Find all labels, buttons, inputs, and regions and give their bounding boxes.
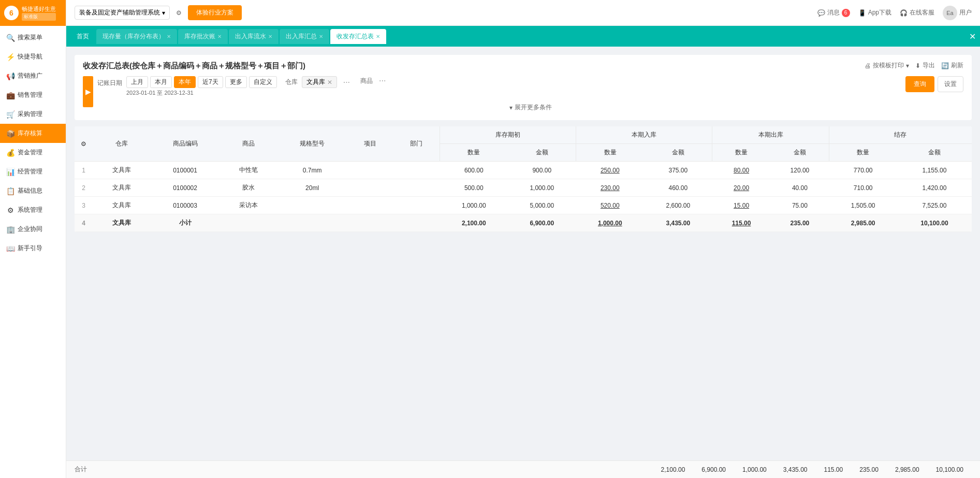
tabbar-close-icon[interactable]: ✕	[969, 32, 976, 41]
th-settings[interactable]: ⚙	[75, 126, 93, 162]
sidebar-item-enterprise[interactable]: 🏢 企业协同	[0, 220, 66, 239]
sidebar-item-purchase[interactable]: 🛒 采购管理	[0, 105, 66, 124]
system-selector[interactable]: 装备及固定资产辅助管理系统 ▾	[75, 6, 170, 20]
settings-button[interactable]: 设置	[938, 76, 963, 92]
refresh-action[interactable]: 🔄 刷新	[941, 61, 963, 70]
collapse-button[interactable]: ▶	[83, 76, 93, 107]
date-btn-this-year[interactable]: 本年	[174, 76, 196, 88]
row-project	[347, 162, 393, 179]
trial-button[interactable]: 体验行业方案	[188, 5, 242, 20]
row-in-qty[interactable]: 250.00	[576, 162, 645, 179]
sidebar-item-system[interactable]: ⚙ 系统管理	[0, 200, 66, 220]
app-download-action[interactable]: 📱 App下载	[858, 8, 891, 17]
subtotal-in-qty[interactable]: 1,000.00	[576, 214, 645, 232]
system-icon: ⚙	[6, 206, 14, 214]
date-btn-this-month[interactable]: 本月	[150, 76, 172, 88]
date-btn-custom[interactable]: 自定义	[249, 76, 277, 88]
th-opening-amount: 金额	[508, 144, 576, 162]
th-goods-spec: 规格型号	[277, 126, 347, 162]
sidebar-item-label: 基础信息	[18, 186, 42, 195]
tab-home[interactable]: 首页	[70, 29, 95, 44]
row-out-qty[interactable]: 80.00	[712, 162, 771, 179]
th-in-group: 本期入库	[576, 126, 712, 144]
subtotal-in-amount: 3,435.00	[644, 214, 712, 232]
warehouse-more-btn[interactable]: ···	[341, 78, 352, 87]
row-out-qty[interactable]: 20.00	[712, 179, 771, 197]
row-in-qty[interactable]: 520.00	[576, 197, 645, 214]
sidebar-item-quick-nav[interactable]: ⚡ 快捷导航	[0, 47, 66, 66]
subtotal-out-qty[interactable]: 115.00	[712, 214, 771, 232]
row-project	[347, 179, 393, 197]
footer-closing-amount: 10,100.00	[936, 466, 963, 473]
row-out-qty[interactable]: 15.00	[712, 197, 771, 214]
user-action[interactable]: Ea 用户	[943, 6, 972, 20]
messages-action[interactable]: 💬 消息 6	[817, 8, 850, 17]
gear-settings[interactable]: ⚙	[176, 9, 182, 17]
online-service-label: 在线客服	[910, 8, 934, 17]
row-no: 2	[75, 179, 93, 197]
online-service-action[interactable]: 🎧 在线客服	[900, 8, 934, 17]
sidebar-item-marketing[interactable]: 📢 营销推广	[0, 66, 66, 85]
sidebar-item-label: 经营管理	[18, 167, 42, 176]
subtotal-out-amount: 235.00	[771, 214, 829, 232]
page-title: 收发存汇总表(按仓库＋商品编码＋商品＋规格型号＋项目＋部门)	[83, 61, 305, 71]
row-in-qty[interactable]: 230.00	[576, 179, 645, 197]
row-opening-amount: 5,000.00	[508, 197, 576, 214]
tab-recv-send-summary[interactable]: 收发存汇总表 ✕	[330, 29, 386, 44]
row-in-amount: 2,600.00	[644, 197, 712, 214]
row-goods-name: 中性笔	[220, 162, 278, 179]
user-label: 用户	[959, 8, 972, 17]
query-button[interactable]: 查询	[905, 76, 934, 92]
tab-inventory-dist[interactable]: 现存量（库存分布表） ✕	[96, 29, 177, 44]
message-icon: 💬	[817, 9, 825, 17]
sidebar-item-inventory[interactable]: 📦 库存核算	[0, 124, 66, 143]
app-name: 畅捷通好生意	[22, 5, 56, 13]
sidebar-item-guide[interactable]: 📖 新手引导	[0, 239, 66, 258]
app-subtitle: 标准版	[22, 13, 56, 21]
close-icon[interactable]: ✕	[268, 34, 272, 39]
sidebar-item-base-info[interactable]: 📋 基础信息	[0, 181, 66, 200]
subtotal-label: 小计	[151, 214, 220, 232]
date-btn-last-month[interactable]: 上月	[126, 76, 148, 88]
close-icon[interactable]: ✕	[167, 34, 171, 39]
subtotal-closing-qty: 2,985.00	[829, 214, 897, 232]
date-btn-more[interactable]: 更多	[225, 76, 247, 88]
print-action[interactable]: 🖨 按模板打印 ▾	[865, 61, 909, 70]
messages-badge: 6	[842, 9, 850, 17]
date-btn-7days[interactable]: 近7天	[198, 76, 223, 88]
tab-batch[interactable]: 库存批次账 ✕	[178, 29, 228, 44]
sidebar-item-finance[interactable]: 💰 资金管理	[0, 143, 66, 162]
row-goods-code: 0100001	[151, 162, 220, 179]
expand-conditions-btn[interactable]: ▾ 展开更多条件	[505, 101, 556, 114]
enterprise-icon: 🏢	[6, 225, 14, 234]
warehouse-tag-close[interactable]: ✕	[327, 79, 332, 86]
sidebar-item-label: 搜索菜单	[18, 33, 42, 42]
footer-opening-qty: 2,100.00	[661, 466, 685, 473]
close-icon[interactable]: ✕	[376, 34, 380, 39]
guide-icon: 📖	[6, 244, 14, 253]
search-icon: 🔍	[6, 34, 14, 42]
row-warehouse: 文具库	[93, 179, 151, 197]
th-in-amount: 金额	[644, 144, 712, 162]
subtotal-warehouse: 文具库	[93, 214, 151, 232]
subtotal-opening-qty: 2,100.00	[440, 214, 508, 232]
sidebar-item-operation[interactable]: 📊 经营管理	[0, 162, 66, 181]
row-opening-amount: 1,000.00	[508, 179, 576, 197]
sidebar-item-label: 资金管理	[18, 148, 42, 157]
footer-out-qty: 115.00	[824, 466, 843, 473]
tab-inout-flow[interactable]: 出入库流水 ✕	[229, 29, 279, 44]
close-icon[interactable]: ✕	[319, 34, 323, 39]
goods-filter-label: 商品	[360, 77, 373, 85]
row-in-amount: 375.00	[644, 162, 712, 179]
close-icon[interactable]: ✕	[217, 34, 222, 39]
export-action[interactable]: ⬇ 导出	[915, 61, 935, 70]
row-project	[347, 197, 393, 214]
row-warehouse: 文具库	[93, 162, 151, 179]
goods-more-btn[interactable]: ···	[377, 76, 388, 85]
sidebar-item-sales[interactable]: 💼 销售管理	[0, 85, 66, 105]
th-closing-group: 结存	[829, 126, 972, 144]
row-closing-qty: 770.00	[829, 162, 897, 179]
tab-label: 库存批次账	[184, 32, 215, 41]
sidebar-item-search[interactable]: 🔍 搜索菜单	[0, 28, 66, 47]
tab-inout-summary[interactable]: 出入库汇总 ✕	[280, 29, 329, 44]
